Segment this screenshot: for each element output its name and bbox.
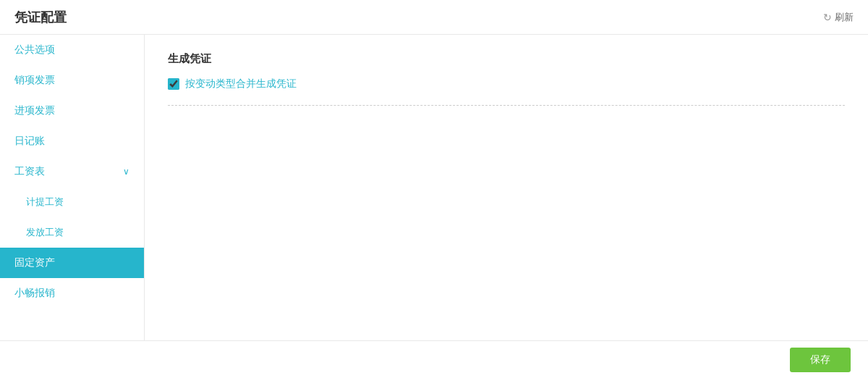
sidebar-item-public-options[interactable]: 公共选项 <box>0 35 144 65</box>
merge-voucher-checkbox[interactable] <box>168 78 179 90</box>
refresh-button[interactable]: ↻ 刷新 <box>823 11 854 24</box>
sidebar-item-expense-report[interactable]: 小畅报销 <box>0 278 144 308</box>
sidebar: 公共选项销项发票进项发票日记账工资表∨计提工资发放工资固定资产小畅报销 <box>0 35 145 340</box>
page-title: 凭证配置 <box>14 9 67 26</box>
checkbox-row: 按变动类型合并生成凭证 <box>168 77 845 91</box>
main-content: 公共选项销项发票进项发票日记账工资表∨计提工资发放工资固定资产小畅报销 生成凭证… <box>0 35 868 340</box>
sidebar-item-purchase-invoice[interactable]: 进项发票 <box>0 96 144 126</box>
sidebar-item-pay-payroll[interactable]: 发放工资 <box>0 217 144 248</box>
footer: 保存 <box>0 340 868 378</box>
sidebar-label-calc-payroll: 计提工资 <box>26 196 64 209</box>
sidebar-label-payroll-table: 工资表 <box>14 165 45 178</box>
sidebar-label-expense-report: 小畅报销 <box>14 287 55 300</box>
sidebar-item-payroll-table[interactable]: 工资表∨ <box>0 156 144 187</box>
sidebar-item-journal[interactable]: 日记账 <box>0 126 144 156</box>
save-button[interactable]: 保存 <box>790 348 851 372</box>
sidebar-label-purchase-invoice: 进项发票 <box>14 104 55 117</box>
chevron-down-icon: ∨ <box>123 167 129 177</box>
sidebar-item-calc-payroll[interactable]: 计提工资 <box>0 187 144 217</box>
merge-voucher-label[interactable]: 按变动类型合并生成凭证 <box>185 77 297 91</box>
sidebar-item-fixed-assets[interactable]: 固定资产 <box>0 248 144 278</box>
section-divider <box>168 105 845 106</box>
header: 凭证配置 ↻ 刷新 <box>0 0 868 35</box>
sidebar-label-pay-payroll: 发放工资 <box>26 226 64 239</box>
sidebar-label-sales-invoice: 销项发票 <box>14 74 55 87</box>
section-title: 生成凭证 <box>168 52 845 66</box>
sidebar-item-sales-invoice[interactable]: 销项发票 <box>0 65 144 96</box>
sidebar-label-public-options: 公共选项 <box>14 43 55 56</box>
refresh-label: 刷新 <box>835 11 854 24</box>
content-panel: 生成凭证 按变动类型合并生成凭证 <box>145 35 868 340</box>
sidebar-label-fixed-assets: 固定资产 <box>14 256 55 269</box>
refresh-icon: ↻ <box>823 12 832 23</box>
sidebar-label-journal: 日记账 <box>14 135 45 148</box>
